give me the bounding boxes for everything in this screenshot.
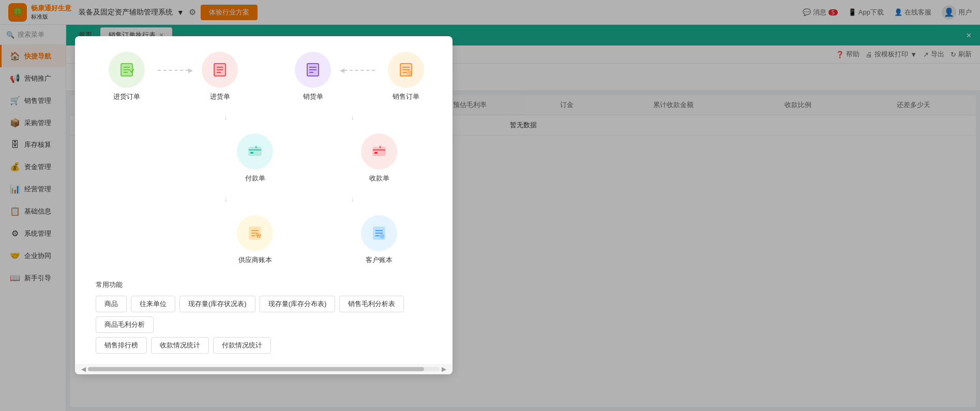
common-btn-stock-status[interactable]: 现存量(库存状况表) xyxy=(179,296,255,312)
payment-circle: ¥ xyxy=(237,133,273,170)
common-btn-receipt-stat[interactable]: 收款情况统计 xyxy=(151,337,209,354)
scrollbar-track[interactable] xyxy=(88,367,440,371)
purchase-bill-label: 进货单 xyxy=(210,92,230,101)
supplier-account-circle: ₩ xyxy=(237,215,273,251)
svg-rect-23 xyxy=(250,152,253,154)
payment-label: 付款单 xyxy=(245,174,265,183)
flow-node-customer-account[interactable]: 客户账本 xyxy=(348,215,410,265)
flow-row-3: ₩ 供应商账本 xyxy=(96,215,432,265)
flow-diagram: 进货订单 xyxy=(96,52,432,265)
common-functions: 常用功能 商品 往来单位 现存量(库存状况表) 现存量(库存分布表) 销售毛利分… xyxy=(96,280,432,354)
arrow-line-dashed-2 xyxy=(344,70,375,71)
common-btns-row2: 销售排行榜 收款情况统计 付款情况统计 xyxy=(96,337,432,354)
scroll-right-icon[interactable]: ▶ xyxy=(440,366,448,373)
common-btn-sales-rank[interactable]: 销售排行榜 xyxy=(96,337,147,354)
flow-row-2: ¥ 付款单 ¥ xyxy=(96,133,432,183)
arrow-down-receipt: ↓ xyxy=(351,195,354,203)
flow-row-arrows: ↓ ↓ xyxy=(96,112,432,123)
purchase-order-circle xyxy=(109,52,145,88)
customer-account-label: 客户账本 xyxy=(366,255,393,265)
flow-node-sales-order[interactable]: 销售订单 xyxy=(375,52,437,101)
common-btn-product-profit[interactable]: 商品毛利分析 xyxy=(96,316,154,333)
flow-node-purchase-bill[interactable]: 进货单 xyxy=(189,52,251,101)
common-functions-title: 常用功能 xyxy=(96,280,432,290)
arrow-down-sales: ↓ xyxy=(351,114,354,121)
sales-bill-label: 销货单 xyxy=(303,92,323,101)
svg-text:¥: ¥ xyxy=(254,145,258,149)
quick-nav-modal: 进货订单 xyxy=(75,36,453,374)
scrollbar-thumb[interactable] xyxy=(88,367,424,371)
arrow-down-payment: ↓ xyxy=(224,195,228,203)
common-btn-payment-stat[interactable]: 付款情况统计 xyxy=(213,337,271,354)
customer-account-circle xyxy=(361,215,397,251)
common-btn-stock-dist[interactable]: 现存量(库存分布表) xyxy=(260,296,336,312)
flow-row-arrows2: ↓ ↓ xyxy=(96,193,432,205)
purchase-order-label: 进货订单 xyxy=(113,92,140,101)
receipt-label: 收款单 xyxy=(369,174,389,183)
common-btns: 商品 往来单位 现存量(库存状况表) 现存量(库存分布表) 销售毛利分析表 商品… xyxy=(96,296,432,333)
common-btn-sales-profit[interactable]: 销售毛利分析表 xyxy=(339,296,404,312)
common-btn-product[interactable]: 商品 xyxy=(96,296,127,312)
flow-arrow-1 xyxy=(158,70,189,83)
flow-row-1: 进货订单 xyxy=(96,52,432,101)
svg-rect-27 xyxy=(374,152,378,154)
flow-node-supplier-account[interactable]: ₩ 供应商账本 xyxy=(224,215,286,265)
arrow-line-dashed-1 xyxy=(158,70,189,71)
supplier-account-label: 供应商账本 xyxy=(238,255,272,265)
flow-node-receipt[interactable]: ¥ 收款单 xyxy=(348,133,410,183)
common-btn-partner[interactable]: 往来单位 xyxy=(131,296,175,312)
flow-node-payment[interactable]: ¥ 付款单 xyxy=(224,133,286,183)
modal-overlay[interactable]: 进货订单 xyxy=(0,0,980,411)
flow-node-sales-bill[interactable]: 销货单 xyxy=(282,52,344,101)
svg-point-38 xyxy=(380,234,384,238)
arrow-down-purchase: ↓ xyxy=(224,114,228,121)
svg-text:¥: ¥ xyxy=(379,145,382,149)
sales-order-circle xyxy=(388,52,424,88)
modal-scrollbar[interactable]: ◀ ▶ xyxy=(75,364,453,374)
sales-bill-circle xyxy=(295,52,331,88)
sales-order-label: 销售订单 xyxy=(393,92,419,101)
flow-node-purchase-order[interactable]: 进货订单 xyxy=(96,52,158,101)
svg-text:₩: ₩ xyxy=(256,233,261,239)
receipt-circle: ¥ xyxy=(361,133,397,170)
scroll-left-icon[interactable]: ◀ xyxy=(79,366,88,373)
modal-content: 进货订单 xyxy=(75,36,453,364)
purchase-bill-circle xyxy=(202,52,238,88)
flow-arrow-2 xyxy=(344,70,375,83)
svg-point-20 xyxy=(406,70,412,75)
